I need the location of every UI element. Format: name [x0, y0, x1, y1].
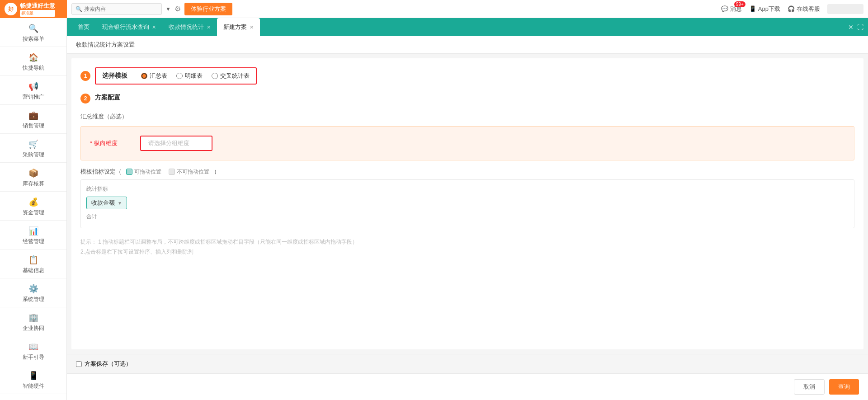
- header-dropdown-button[interactable]: ▼: [165, 6, 171, 12]
- sidebar-item-label: 基础信息: [23, 267, 44, 274]
- step1-label: 选择模板: [102, 72, 127, 80]
- tab-receipts-close[interactable]: ✕: [207, 24, 211, 30]
- logo-badge: 标准版: [20, 10, 55, 17]
- radio-summary-label: 汇总表: [150, 72, 167, 80]
- sidebar-item-system[interactable]: ⚙️ 系统管理: [0, 278, 66, 307]
- tab-cashflow[interactable]: 现金银行流水查询 ✕: [96, 18, 162, 36]
- step1-circle: 1: [80, 71, 90, 81]
- metric-settings-title: 模板指标设定（ 可拖动位置 不可拖动位置: [80, 168, 854, 176]
- hint-line1: 提示： 1.拖动标题栏可以调整布局，不可跨维度或指标区域拖动栏目字段（只能在同一…: [80, 237, 854, 247]
- sidebar-item-purchase[interactable]: 🛒 采购管理: [0, 134, 66, 163]
- cancel-button[interactable]: 取消: [794, 379, 825, 395]
- tab-bar-right: ✕ ⛶: [848, 24, 863, 31]
- radio-cross[interactable]: 交叉统计表: [212, 72, 250, 80]
- message-item[interactable]: 💬 消息 99+: [721, 5, 742, 13]
- step2-row: 2 方案配置: [80, 94, 854, 104]
- header-right: 💬 消息 99+ 📱 App下载 🎧 在线客服: [721, 4, 863, 14]
- sidebar-item-marketing[interactable]: 📢 营销推广: [0, 76, 66, 105]
- template-select-box: 选择模板 汇总表 明细表: [95, 67, 257, 85]
- sidebar-item-inventory[interactable]: 📦 库存核算: [0, 163, 66, 192]
- message-icon: 💬: [721, 5, 728, 12]
- sidebar-item-enterprise[interactable]: 🏢 企业协同: [0, 307, 66, 336]
- radio-summary-input[interactable]: [141, 73, 147, 79]
- dimension-row: * 纵向维度 —— 请选择分组维度: [90, 136, 845, 151]
- sidebar-item-wechat[interactable]: 💬 企业微信: [0, 394, 66, 400]
- legend-nondraggable-dot: [169, 169, 175, 175]
- gear-button[interactable]: ⚙: [175, 5, 181, 13]
- query-button[interactable]: 查询: [829, 379, 859, 395]
- home-icon: 🏠: [28, 52, 38, 62]
- metric-card-area: 统计指标 收款金额 ▼ 合计: [80, 179, 854, 228]
- sidebar-item-hardware[interactable]: 📱 智能硬件: [0, 365, 66, 394]
- tab-new-plan-label: 新建方案: [223, 23, 247, 31]
- system-icon: ⚙️: [28, 284, 38, 294]
- sales-icon: 💼: [28, 110, 38, 120]
- legend-nondraggable-label: 不可拖动位置: [177, 168, 209, 176]
- step2-label: 方案配置: [95, 94, 120, 102]
- tab-home[interactable]: 首页: [71, 18, 96, 36]
- save-checkbox[interactable]: [76, 361, 82, 367]
- dim-select-box[interactable]: 请选择分组维度: [140, 136, 212, 151]
- sidebar-item-quicknav[interactable]: 🏠 快捷导航: [0, 47, 66, 76]
- app-download-icon: 📱: [749, 5, 756, 12]
- metric-settings: 模板指标设定（ 可拖动位置 不可拖动位置: [80, 168, 854, 228]
- stat-indicator-label: 统计指标: [86, 185, 849, 193]
- chevron-down-icon: ▼: [118, 201, 122, 206]
- header-search-box[interactable]: 🔍: [71, 3, 162, 15]
- online-service-item[interactable]: 🎧 在线客服: [788, 5, 820, 13]
- legend-draggable: 可拖动位置: [126, 168, 161, 176]
- radio-group-template: 汇总表 明细表 交叉统计表: [141, 72, 250, 80]
- online-service-icon: 🎧: [788, 5, 795, 12]
- sidebar-item-label: 销售管理: [23, 122, 44, 130]
- step2-circle: 2: [80, 94, 90, 104]
- form-section: 1 选择模板 汇总表 明细表: [71, 58, 863, 349]
- logo-text: 畅捷通好生意: [20, 2, 55, 10]
- sidebar-item-sales[interactable]: 💼 销售管理: [0, 105, 66, 134]
- dim-arrow: ——: [123, 140, 135, 147]
- tab-new-plan[interactable]: 新建方案 ✕: [217, 18, 260, 36]
- radio-cross-input[interactable]: [212, 73, 218, 79]
- sidebar-item-operations[interactable]: 📊 经营管理: [0, 221, 66, 249]
- radio-detail-label: 明细表: [185, 72, 203, 80]
- operations-icon: 📊: [28, 226, 38, 236]
- metric-tag-receipts[interactable]: 收款金额 ▼: [86, 197, 127, 209]
- sidebar-item-label: 经营管理: [23, 238, 44, 245]
- online-service-label: 在线客服: [797, 5, 820, 13]
- hint-area: 提示： 1.拖动标题栏可以调整布局，不可跨维度或指标区域拖动栏目字段（只能在同一…: [80, 237, 854, 257]
- tab-expand-icon[interactable]: ⛶: [857, 24, 863, 31]
- basic-icon: 📋: [28, 255, 38, 265]
- user-avatar[interactable]: [827, 4, 863, 14]
- tab-cashflow-close[interactable]: ✕: [152, 24, 156, 30]
- hardware-icon: 📱: [28, 371, 38, 381]
- radio-detail[interactable]: 明细表: [176, 72, 203, 80]
- tab-receipts[interactable]: 收款情况统计 ✕: [162, 18, 217, 36]
- sidebar-item-label: 资金管理: [23, 209, 44, 216]
- message-badge: 99+: [734, 1, 745, 7]
- sidebar-item-guide[interactable]: 📖 新手引导: [0, 336, 66, 365]
- sidebar-item-label: 智能硬件: [23, 382, 44, 390]
- config-section: 汇总维度（必选） * 纵向维度 —— 请选择分组维度 模板指标设定（: [80, 113, 854, 257]
- tab-close-icon[interactable]: ✕: [848, 24, 854, 31]
- sidebar-item-search[interactable]: 🔍 搜索菜单: [0, 18, 66, 47]
- inventory-icon: 📦: [28, 168, 38, 178]
- radio-detail-input[interactable]: [176, 73, 183, 79]
- sidebar-item-basic[interactable]: 📋 基础信息: [0, 249, 66, 278]
- sidebar-item-finance[interactable]: 💰 资金管理: [0, 192, 66, 221]
- tab-receipts-label: 收款情况统计: [169, 23, 204, 31]
- marketing-icon: 📢: [28, 81, 38, 91]
- finance-icon: 💰: [28, 197, 38, 207]
- footer-save: 方案保存（可选）: [67, 354, 868, 373]
- metric-title-text: 模板指标设定（: [80, 168, 122, 176]
- legend-draggable-dot: [126, 169, 132, 175]
- radio-summary[interactable]: 汇总表: [141, 72, 167, 80]
- legend-draggable-label: 可拖动位置: [134, 168, 161, 176]
- metric-legend: 可拖动位置 不可拖动位置: [126, 168, 209, 176]
- vertical-dim-label: * 纵向维度: [90, 139, 118, 147]
- search-input[interactable]: [84, 6, 147, 12]
- search-menu-icon: 🔍: [28, 24, 38, 33]
- tab-new-plan-close[interactable]: ✕: [250, 24, 254, 30]
- page-title-bar: 收款情况统计方案设置: [67, 36, 868, 54]
- trial-button[interactable]: 体验行业方案: [184, 3, 232, 15]
- app-download-item[interactable]: 📱 App下载: [749, 5, 780, 13]
- guide-icon: 📖: [28, 342, 38, 352]
